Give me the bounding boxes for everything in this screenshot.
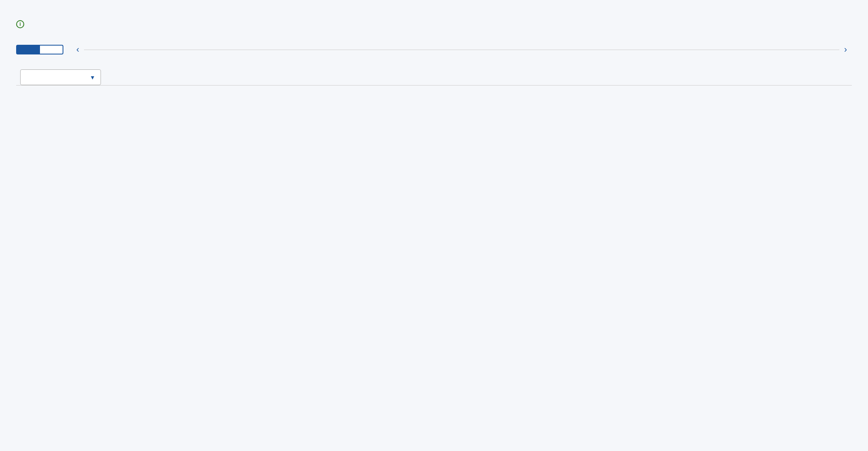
flexible-fare-button[interactable] <box>40 45 63 54</box>
sort-select[interactable] <box>20 69 101 85</box>
info-icon: i <box>16 20 24 28</box>
sort-cabin-row: ▼ <box>16 69 852 85</box>
fare-toggle <box>16 45 63 54</box>
prev-date-arrow[interactable]: ‹ <box>71 44 84 55</box>
sort-select-wrapper: ▼ <box>20 69 101 85</box>
next-date-arrow[interactable]: › <box>839 44 852 55</box>
lowest-fare-button[interactable] <box>16 45 40 54</box>
date-columns <box>84 50 839 50</box>
notice-banner: i <box>16 20 852 28</box>
fare-date-section: ‹ › <box>16 44 852 55</box>
divider <box>16 85 852 86</box>
